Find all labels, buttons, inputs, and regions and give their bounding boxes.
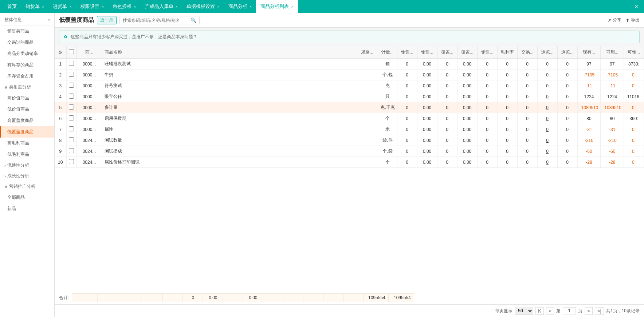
cell-browse1[interactable]: 0 [537, 146, 557, 157]
time-filter-button[interactable]: 近一月 [97, 16, 117, 24]
close-icon[interactable]: × [42, 4, 44, 9]
cell-check[interactable] [66, 124, 76, 135]
export-button[interactable]: ⬆ 导出 [626, 17, 640, 23]
row-checkbox[interactable] [69, 159, 74, 164]
cell-sales-amount: 0.00 [417, 157, 437, 168]
window-close-button[interactable]: × [632, 3, 641, 10]
nav-purchase-order[interactable]: 进货单 × [48, 0, 76, 13]
cell-browse1[interactable]: 0 [537, 59, 557, 70]
close-icon[interactable]: × [176, 4, 178, 9]
cell-sellable: 0: [624, 146, 644, 157]
nav-template-settings[interactable]: 单据模板设置 × [182, 0, 224, 13]
cell-check[interactable] [66, 91, 76, 102]
share-button[interactable]: ↗ 分享 [608, 17, 621, 23]
row-checkbox[interactable] [69, 104, 74, 110]
row-checkbox[interactable] [69, 83, 74, 88]
sidebar-item-high-margin[interactable]: 高毛利商品 [0, 138, 54, 149]
sidebar-item-stock-capital[interactable]: 库存资金占用 [0, 71, 54, 82]
cell-sellable: 0: [624, 135, 644, 146]
page-title: 低覆盖度商品 [59, 16, 94, 24]
next-page-button[interactable]: > [585, 307, 593, 315]
first-page-button[interactable]: K [535, 307, 544, 315]
nav-home[interactable]: 首页 [3, 0, 21, 13]
close-icon[interactable]: × [291, 4, 293, 9]
cell-browse1[interactable]: 0 [537, 124, 557, 135]
cell-check[interactable] [66, 80, 76, 91]
row-checkbox[interactable] [69, 148, 74, 153]
table-row: 8 0024... 测试数量 袋,件 0 0.00 0 0.00 0 0 0 0… [55, 135, 644, 146]
sidebar-item-all-goods[interactable]: 全部商品 [0, 192, 54, 203]
cell-spec [356, 146, 378, 157]
cell-browse1[interactable]: 0 [537, 157, 557, 168]
sidebar-item-high-value[interactable]: 高价值商品 [0, 92, 54, 104]
row-checkbox[interactable] [69, 61, 74, 66]
nav-product-analysis[interactable]: 商品分析 × [224, 0, 256, 13]
cell-cover1: 0 [437, 135, 457, 146]
sidebar-item-high-coverage[interactable]: 高覆盖度商品 [0, 115, 54, 126]
cell-cover2: 0.00 [457, 135, 477, 146]
cell-check[interactable] [66, 146, 76, 157]
summary-spacer4 [163, 293, 183, 302]
row-checkbox[interactable] [69, 115, 74, 120]
th-check[interactable] [66, 46, 76, 59]
sidebar-item-low-margin[interactable]: 低毛利商品 [0, 149, 54, 160]
last-page-button[interactable]: >| [595, 307, 604, 315]
cell-current-stock: -28 [577, 157, 601, 168]
th-cover1: 覆盖... [437, 46, 457, 59]
nav-sales-order[interactable]: 销货单 × [21, 0, 48, 13]
cell-available-stock: -31 [601, 124, 624, 135]
select-all-checkbox[interactable] [69, 49, 74, 54]
sidebar-item-sales-goods[interactable]: 销售类商品 [0, 25, 54, 37]
cell-browse1[interactable]: 0 [537, 113, 557, 124]
summary-spacer1 [72, 293, 97, 302]
cell-browse1[interactable]: 0 [537, 102, 557, 113]
sidebar-item-traded-goods[interactable]: 交易过的商品 [0, 37, 54, 48]
search-input[interactable] [123, 18, 191, 23]
sidebar-item-low-value[interactable]: 低价值商品 [0, 104, 54, 115]
cell-available-stock: -210 [601, 135, 624, 146]
table-wrapper[interactable]: ⚙ 商... 商品名称 规格... 计量... 销售... 销售... 覆盖..… [55, 46, 644, 291]
sidebar-section-growth[interactable]: › 成长性分析 [0, 171, 54, 181]
sidebar-item-category-rate[interactable]: 商品分类动销率 [0, 48, 54, 59]
cell-check[interactable] [66, 102, 76, 113]
sidebar-section-liquidity[interactable]: › 流通性分析 [0, 160, 54, 171]
cell-current-stock: -60 [577, 146, 601, 157]
per-page-select[interactable]: 50 20 100 [515, 307, 533, 315]
cell-available-stock: 1224 [601, 91, 624, 102]
cell-check[interactable] [66, 135, 76, 146]
cell-browse1[interactable]: 0 [537, 135, 557, 146]
close-icon[interactable]: × [217, 4, 219, 9]
cell-check[interactable] [66, 59, 76, 70]
prev-page-button[interactable]: < [546, 307, 554, 315]
nav-product-analysis-list[interactable]: 商品分析列表 × [256, 0, 298, 13]
cell-sellable: 11016: [624, 91, 644, 102]
summary-spacer2 [97, 293, 141, 302]
cell-check[interactable] [66, 70, 76, 80]
cell-cover1: 0 [437, 113, 457, 124]
cell-check[interactable] [66, 113, 76, 124]
close-icon[interactable]: × [69, 4, 71, 9]
row-checkbox[interactable] [69, 137, 74, 142]
close-icon[interactable]: × [250, 4, 252, 9]
sidebar-section-coverage[interactable]: ∨ 类射度分析 [0, 82, 54, 92]
row-checkbox[interactable] [69, 94, 74, 99]
nav-product-warehouse[interactable]: 产成品入库单 × [141, 0, 182, 13]
close-icon[interactable]: × [134, 4, 136, 9]
summary-spacer9 [343, 293, 363, 302]
page-number-input[interactable] [563, 307, 576, 314]
sidebar-item-low-coverage[interactable]: 低覆盖度商品 [0, 126, 54, 138]
sidebar-section-marketing[interactable]: ∨ 营销推广分析 [0, 181, 54, 192]
row-checkbox[interactable] [69, 72, 74, 77]
sidebar-item-new-goods[interactable]: 新品 [0, 203, 54, 214]
sidebar-item-stocked-goods[interactable]: 有库存的商品 [0, 59, 54, 71]
nav-permission-settings[interactable]: 权限设置 × [76, 0, 108, 13]
sidebar-collapse-button[interactable]: « [47, 17, 50, 23]
cell-browse1[interactable]: 0 [537, 80, 557, 91]
close-icon[interactable]: × [102, 4, 104, 9]
row-checkbox[interactable] [69, 126, 74, 131]
cell-browse1[interactable]: 0 [537, 91, 557, 102]
nav-role-auth[interactable]: 角色授权 × [108, 0, 140, 13]
cell-check[interactable] [66, 157, 76, 168]
cell-browse1[interactable]: 0 [537, 70, 557, 80]
th-settings[interactable]: ⚙ [55, 46, 66, 59]
